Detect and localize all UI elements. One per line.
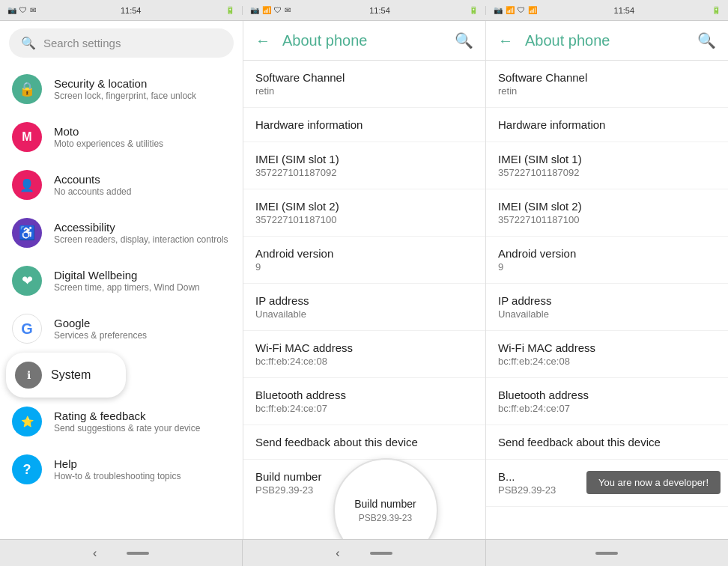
right-back-button[interactable]: ← — [498, 32, 513, 49]
middle-search-button[interactable]: 🔍 — [455, 31, 473, 49]
status-segment-mid: 📷 📶 🛡 ✉ 11:54 🔋 — [243, 6, 485, 15]
about-item-ip[interactable]: IP address Unavailable — [243, 284, 485, 331]
system-bubble: ℹ System — [6, 353, 126, 398]
search-placeholder: Search settings — [43, 37, 121, 49]
nav-segment-right — [486, 540, 728, 566]
right-about-item-ip[interactable]: IP address Unavailable — [486, 284, 728, 331]
settings-item-digital-wellbeing[interactable]: ❤ Digital Wellbeing Screen time, app tim… — [0, 257, 243, 305]
right-about-item-software[interactable]: Software Channel retin — [486, 61, 728, 108]
signal-icon-right: 📶 — [506, 6, 515, 14]
accessibility-icon: ♿ — [12, 218, 42, 248]
right-panels: ← About phone 🔍 Software Channel retin H… — [243, 21, 728, 539]
accessibility-subtitle: Screen readers, display, interaction con… — [54, 234, 231, 245]
nav-bar: ‹ ‹ — [0, 539, 728, 566]
nav-home-mid[interactable] — [370, 552, 392, 555]
right-about-item-imei2[interactable]: IMEI (SIM slot 2) 357227101187100 — [486, 189, 728, 237]
right-search-button[interactable]: 🔍 — [697, 31, 716, 49]
imei2-title: IMEI (SIM slot 2) — [255, 200, 473, 213]
rating-subtitle: Send suggestions & rate your device — [54, 423, 231, 433]
search-bar[interactable]: 🔍 Search settings — [9, 28, 234, 58]
nav-back-left[interactable]: ‹ — [93, 547, 97, 560]
about-item-hardware[interactable]: Hardware information — [243, 108, 485, 142]
status-icons-right: 📷 📶 🛡 📶 — [494, 6, 537, 14]
right-wifi-subtitle: bc:ff:eb:24:ce:08 — [498, 356, 716, 367]
about-item-feedback[interactable]: Send feedback about this device — [243, 425, 485, 460]
nav-back-mid[interactable]: ‹ — [336, 547, 339, 560]
moto-icon: M — [12, 122, 42, 152]
about-item-imei2[interactable]: IMEI (SIM slot 2) 357227101187100 — [243, 189, 485, 237]
accounts-title: Accounts — [54, 173, 231, 186]
about-item-build[interactable]: Build number PSB29.39-23 Build number PS… — [243, 460, 485, 539]
security-text: Security & location Screen lock, fingerp… — [54, 77, 231, 101]
help-subtitle: How-to & troubleshooting topics — [54, 471, 231, 481]
right-about-item-wifi[interactable]: Wi-Fi MAC address bc:ff:eb:24:ce:08 — [486, 331, 728, 378]
settings-item-help[interactable]: ? Help How-to & troubleshooting topics — [0, 445, 243, 493]
digital-wellbeing-title: Digital Wellbeing — [54, 269, 231, 282]
imei2-subtitle: 357227101187100 — [255, 214, 473, 225]
accounts-text: Accounts No accounts added — [54, 173, 231, 197]
android-title: Android version — [255, 247, 473, 260]
right-about-item-android[interactable]: Android version 9 — [486, 237, 728, 284]
help-icon: ? — [12, 454, 42, 484]
help-text: Help How-to & troubleshooting topics — [54, 457, 231, 481]
software-channel-title: Software Channel — [255, 71, 473, 84]
imei1-title: IMEI (SIM slot 1) — [255, 153, 473, 165]
security-icon: 🔒 — [12, 74, 42, 104]
right-about-item-hardware[interactable]: Hardware information — [486, 108, 728, 142]
settings-item-system[interactable]: ℹ System System Languages, time, backup,… — [0, 353, 243, 398]
about-item-wifi[interactable]: Wi-Fi MAC address bc:ff:eb:24:ce:08 — [243, 331, 485, 378]
digital-wellbeing-icon: ❤ — [12, 266, 42, 296]
wifi-title: Wi-Fi MAC address — [255, 341, 473, 354]
right-panel: ← About phone 🔍 Software Channel retin H… — [486, 21, 728, 539]
settings-item-accounts[interactable]: 👤 Accounts No accounts added — [0, 161, 243, 209]
build-circle-value: PSB29.39-23 — [359, 513, 412, 523]
ip-subtitle: Unavailable — [255, 308, 473, 320]
right-about-item-imei1[interactable]: IMEI (SIM slot 1) 357227101187092 — [486, 142, 728, 189]
nav-segment-mid: ‹ — [243, 540, 485, 566]
right-ip-subtitle: Unavailable — [498, 308, 716, 320]
about-item-software-channel[interactable]: Software Channel retin — [243, 61, 485, 108]
moto-text: Moto Moto experiences & utilities — [54, 125, 231, 149]
right-ip-title: IP address — [498, 294, 716, 307]
camera-icon-mid: 📷 — [250, 6, 259, 14]
settings-item-moto[interactable]: M Moto Moto experiences & utilities — [0, 113, 243, 161]
right-panel-header: ← About phone 🔍 — [486, 21, 728, 61]
right-about-list: Software Channel retin Hardware informat… — [486, 61, 728, 539]
middle-back-button[interactable]: ← — [255, 32, 270, 49]
right-about-item-bluetooth[interactable]: Bluetooth address bc:ff:eb:24:ce:07 — [486, 378, 728, 425]
right-software-subtitle: retin — [498, 85, 716, 97]
accessibility-text: Accessibility Screen readers, display, i… — [54, 221, 231, 245]
middle-panel: ← About phone 🔍 Software Channel retin H… — [243, 21, 486, 539]
google-icon: G — [12, 314, 42, 344]
security-title: Security & location — [54, 77, 231, 90]
message-icon-mid: ✉ — [285, 6, 291, 14]
nav-home-right[interactable] — [595, 552, 618, 555]
right-android-title: Android version — [498, 247, 716, 260]
message-icon: ✉ — [30, 6, 36, 14]
right-hardware-title: Hardware information — [498, 118, 716, 131]
bluetooth-subtitle: bc:ff:eb:24:ce:07 — [255, 403, 473, 414]
about-item-android[interactable]: Android version 9 — [243, 237, 485, 284]
ip-title: IP address — [255, 294, 473, 307]
settings-item-google[interactable]: G Google Services & preferences — [0, 305, 243, 353]
nav-home-left[interactable] — [127, 552, 149, 555]
right-bluetooth-title: Bluetooth address — [498, 389, 716, 401]
rating-text: Rating & feedback Send suggestions & rat… — [54, 410, 231, 433]
rating-title: Rating & feedback — [54, 410, 231, 422]
middle-about-list: Software Channel retin Hardware informat… — [243, 61, 485, 539]
help-title: Help — [54, 457, 231, 470]
about-item-bluetooth[interactable]: Bluetooth address bc:ff:eb:24:ce:07 — [243, 378, 485, 425]
settings-item-accessibility[interactable]: ♿ Accessibility Screen readers, display,… — [0, 209, 243, 257]
about-item-imei1[interactable]: IMEI (SIM slot 1) 357227101187092 — [243, 142, 485, 189]
google-text: Google Services & preferences — [54, 317, 231, 341]
system-bubble-label: System — [51, 368, 91, 382]
software-channel-subtitle: retin — [255, 85, 473, 97]
settings-list: 🔒 Security & location Screen lock, finge… — [0, 65, 243, 539]
shield-icon-right: 🛡 — [518, 6, 525, 14]
settings-item-security[interactable]: 🔒 Security & location Screen lock, finge… — [0, 65, 243, 113]
right-about-item-feedback[interactable]: Send feedback about this device — [486, 425, 728, 460]
settings-item-rating[interactable]: ⭐ Rating & feedback Send suggestions & r… — [0, 398, 243, 445]
right-panel-title: About phone — [525, 32, 685, 49]
shield-icon: 🛡 — [19, 6, 27, 14]
android-subtitle: 9 — [255, 261, 473, 273]
